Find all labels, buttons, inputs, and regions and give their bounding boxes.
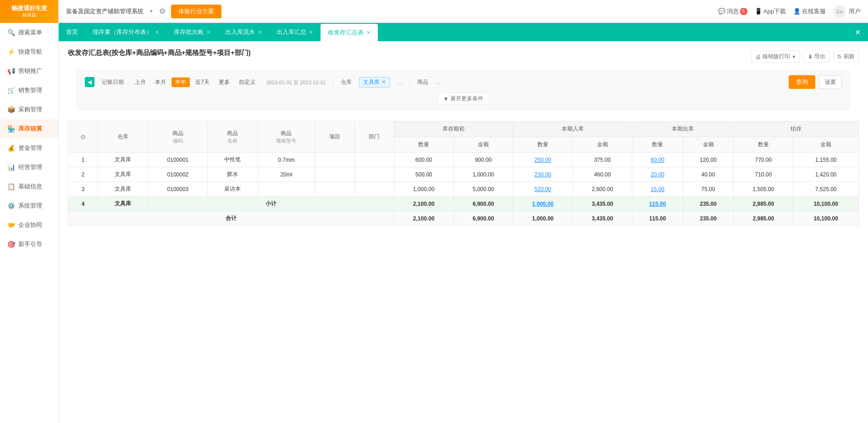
- expand-more-btn[interactable]: ▼ 展开更多条件: [437, 93, 490, 105]
- date-option-this-month[interactable]: 本月: [151, 77, 170, 87]
- settings-icon[interactable]: ⚙: [159, 7, 166, 16]
- tab-receive-send-close[interactable]: ✕: [366, 30, 370, 36]
- sidebar-item-label: 快捷导航: [18, 48, 42, 56]
- sidebar-item-quick-nav[interactable]: ⚡ 快捷导航: [0, 42, 58, 61]
- user-area[interactable]: Ea 用户: [833, 5, 861, 18]
- subtotal-closing-amt: 10,100.00: [793, 197, 859, 211]
- row3-out-qty-link[interactable]: 15.00: [651, 186, 664, 192]
- subtotal-out-qty[interactable]: 115.00: [632, 197, 683, 211]
- tab-in-out-summary-close[interactable]: ✕: [309, 29, 313, 35]
- filter-collapse-icon: ◀: [88, 79, 92, 85]
- tab-batch-ledger[interactable]: 库存批次账 ✕: [166, 23, 218, 41]
- goods-more-btn[interactable]: ...: [436, 79, 440, 85]
- row1-out-qty-link[interactable]: 80.00: [651, 157, 664, 163]
- print-label: 核销版打印: [763, 53, 790, 60]
- date-option-7days[interactable]: 近7天: [192, 77, 213, 87]
- row3-in-qty[interactable]: 520.00: [513, 182, 573, 197]
- print-button[interactable]: 🖨 核销版打印 ▼: [751, 50, 800, 63]
- dropdown-arrow-icon: ▼: [149, 9, 154, 14]
- sidebar-item-operations[interactable]: 📊 经营管理: [0, 158, 58, 177]
- row2-out-qty-link[interactable]: 20.00: [651, 171, 664, 178]
- sidebar-item-label: 采购管理: [18, 105, 42, 114]
- row1-in-qty[interactable]: 250.00: [513, 153, 573, 167]
- trial-button[interactable]: 体验行业方案: [171, 5, 221, 18]
- date-option-prev-month[interactable]: 上月: [131, 77, 149, 87]
- row1-out-amt: 120.00: [683, 153, 734, 167]
- subtotal-opening-amt: 6,900.00: [453, 197, 513, 211]
- sidebar-item-beginner[interactable]: 🎯 新手引导: [0, 235, 58, 254]
- row3-in-qty-link[interactable]: 520.00: [535, 186, 552, 192]
- row2-seq: 2: [68, 167, 98, 182]
- sidebar-item-enterprise[interactable]: 🤝 企业协同: [0, 215, 58, 235]
- message-area[interactable]: 💬 消息 6: [718, 7, 747, 16]
- date-option-custom[interactable]: 自定义: [235, 77, 259, 87]
- sidebar-item-sales[interactable]: 🛒 销售管理: [0, 81, 58, 100]
- tab-batch-ledger-label: 库存批次账: [174, 28, 204, 36]
- avatar: Ea: [833, 5, 846, 18]
- col-opening-qty-header: 数量: [394, 137, 453, 153]
- row1-out-qty[interactable]: 80.00: [632, 153, 683, 167]
- warehouse-tag-close[interactable]: ✕: [381, 79, 386, 85]
- column-settings-icon[interactable]: ⚙: [80, 133, 86, 141]
- search-icon: 🔍: [7, 29, 15, 36]
- mobile-icon: 📱: [755, 8, 762, 15]
- filter-collapse-btn[interactable]: ◀: [85, 77, 94, 87]
- row2-department: [354, 167, 394, 182]
- tab-in-out-flow-close[interactable]: ✕: [258, 29, 262, 35]
- subtotal-in-qty[interactable]: 1,000.00: [513, 197, 573, 211]
- date-option-this-year[interactable]: 本年: [171, 77, 190, 87]
- online-service-area[interactable]: 👤 在线客服: [793, 7, 826, 16]
- tab-stock-dist-close[interactable]: ✕: [155, 29, 159, 35]
- beginner-icon: 🎯: [7, 241, 15, 248]
- logo-sub: 标准版: [11, 12, 47, 18]
- sidebar-item-label: 资金管理: [18, 144, 42, 152]
- col-in-amt-header: 金额: [573, 137, 632, 153]
- row2-in-qty[interactable]: 230.00: [513, 167, 573, 182]
- subtotal-in-amt: 3,435.00: [573, 197, 632, 211]
- marketing-icon: 📢: [7, 67, 15, 75]
- warehouse-more-btn[interactable]: ...: [398, 79, 402, 85]
- refresh-icon: ↻: [837, 54, 842, 60]
- col-goods-code-header: 商品编码: [148, 121, 208, 153]
- subtotal-out-qty-link[interactable]: 115.00: [649, 201, 666, 207]
- row3-opening-qty: 1,000.00: [394, 182, 453, 197]
- sidebar-item-marketing[interactable]: 📢 营销推广: [0, 61, 58, 81]
- tab-stock-dist[interactable]: 现存量（库存分布表） ✕: [85, 23, 166, 41]
- row3-goods-name: 采访本: [208, 182, 258, 197]
- sidebar-item-inventory[interactable]: 🏪 库存核算: [0, 119, 58, 138]
- tab-batch-ledger-close[interactable]: ✕: [206, 29, 210, 35]
- sidebar-item-search[interactable]: 🔍 搜索菜单: [0, 23, 58, 42]
- query-button[interactable]: 查询: [789, 75, 815, 89]
- expand-label: 展开更多条件: [450, 95, 483, 103]
- settings-table-button[interactable]: 设置: [819, 75, 842, 89]
- print-icon: 🖨: [755, 54, 761, 60]
- row3-out-qty[interactable]: 15.00: [632, 182, 683, 197]
- sidebar-item-purchase[interactable]: 📦 采购管理: [0, 100, 58, 119]
- sidebar-item-finance[interactable]: 💰 资金管理: [0, 138, 58, 158]
- tab-bar-close-icon[interactable]: ✕: [847, 23, 868, 41]
- page-title: 收发存汇总表(按仓库+商品编码+商品+规格型号+项目+部门): [68, 49, 251, 57]
- sidebar-item-label: 新手引导: [18, 240, 42, 248]
- export-button[interactable]: ⬇ 导出: [804, 50, 829, 63]
- top-header: 装备及固定资产辅助管理系统 ▼ ⚙ 体验行业方案 💬 消息 6 📱 App下载 …: [59, 0, 868, 23]
- main-content: 装备及固定资产辅助管理系统 ▼ ⚙ 体验行业方案 💬 消息 6 📱 App下载 …: [59, 0, 868, 423]
- sidebar-item-base-info[interactable]: 📋 基础信息: [0, 177, 58, 196]
- col-settings-header[interactable]: ⚙: [68, 121, 98, 153]
- sidebar-item-system[interactable]: ⚙️ 系统管理: [0, 196, 58, 215]
- refresh-button[interactable]: ↻ 刷新: [833, 50, 859, 63]
- row3-warehouse: 文具库: [98, 182, 148, 197]
- app-download-area[interactable]: 📱 App下载: [755, 7, 786, 16]
- row2-in-qty-link[interactable]: 230.00: [535, 171, 552, 178]
- expand-icon: ▼: [443, 96, 449, 102]
- date-option-more[interactable]: 更多: [215, 77, 233, 87]
- row1-in-qty-link[interactable]: 250.00: [535, 157, 552, 163]
- tab-in-out-summary[interactable]: 出入库汇总 ✕: [269, 23, 321, 41]
- tab-home[interactable]: 首页: [59, 23, 85, 41]
- col-department-header: 部门: [354, 121, 394, 153]
- col-opening-header: 库存期初: [394, 121, 513, 137]
- subtotal-in-qty-link[interactable]: 1,000.00: [532, 201, 554, 207]
- tab-in-out-flow[interactable]: 出入库流水 ✕: [218, 23, 269, 41]
- row2-out-qty[interactable]: 20.00: [632, 167, 683, 182]
- row2-in-amt: 460.00: [573, 167, 632, 182]
- tab-receive-send-summary[interactable]: 收发存汇总表 ✕: [321, 24, 378, 41]
